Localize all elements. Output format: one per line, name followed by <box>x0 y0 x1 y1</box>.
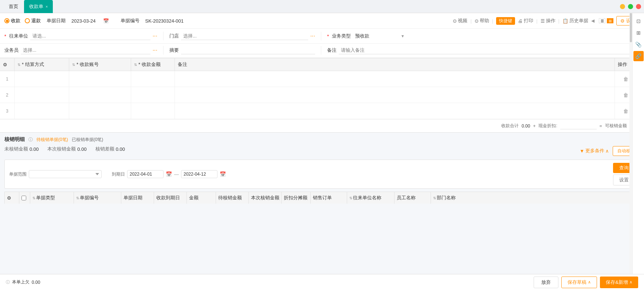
unverified-value: 0.00 <box>30 146 39 152</box>
bth-settings[interactable]: ⚙ <box>5 192 19 204</box>
business-type-label: 业务类型 <box>332 33 351 39</box>
divider4 <box>321 46 321 55</box>
bth-dept-name: ⇅ 部门名称 <box>431 192 467 204</box>
cal-to-icon[interactable]: 📅 <box>220 171 226 177</box>
store-dots-icon[interactable]: ··· <box>310 33 315 39</box>
row2-amount[interactable] <box>131 87 175 103</box>
help-link[interactable]: ⊙ 帮助 <box>475 17 489 24</box>
equals-sign: = <box>600 124 602 129</box>
range-select[interactable] <box>29 170 102 178</box>
filter-row: 单据范围 到期日 📅 — 📅 查询 设置 <box>4 160 640 189</box>
date-to-input[interactable] <box>181 170 217 178</box>
history-link[interactable]: 📋 历史单据 <box>562 17 588 24</box>
nav-prev[interactable]: ◀ <box>591 18 594 23</box>
plus-sign: + <box>533 124 535 129</box>
hexiao-title-text: 核销明细 <box>4 136 25 143</box>
cal-from-icon[interactable]: 📅 <box>166 171 172 177</box>
pending-link[interactable]: 待核销单据(0笔) <box>36 137 68 143</box>
row1-amount[interactable] <box>131 71 175 87</box>
header-actions: ⊙ 视频 | ⊙ 帮助 | 快捷键 🖨 打印 | ☰ 操作 | 📋 历史单据 <box>453 16 640 26</box>
scrollbar-thumb[interactable] <box>630 13 632 42</box>
scrollbar[interactable] <box>629 13 632 274</box>
operate-link[interactable]: ☰ 操作 <box>541 17 555 24</box>
row2-note[interactable] <box>175 87 615 103</box>
row2-account[interactable] <box>69 87 131 103</box>
staff-label: 业务员 <box>4 47 19 54</box>
history-icon: 📋 <box>562 18 568 24</box>
sidebar-link-icon[interactable]: 🔗 <box>633 51 644 61</box>
row3-amount[interactable] <box>131 103 175 119</box>
th-amount: ⇅ * 收款金额 <box>131 58 175 71</box>
diff-stat: 核销差额 0.00 <box>95 146 125 152</box>
date-from-input[interactable] <box>127 170 164 178</box>
table-row: 3 🗑 ⊕ <box>0 103 644 119</box>
print-link[interactable]: 🖨 打印 <box>518 17 533 24</box>
bth-sales-order: 销售订单 <box>311 192 347 204</box>
radio-refund[interactable]: 退款 <box>25 17 41 24</box>
abandon-button[interactable]: 放弃 <box>534 277 558 288</box>
draft-label: 保存草稿 <box>568 279 586 286</box>
row2-delete-icon[interactable]: 🗑 <box>623 92 628 98</box>
doc-value: SK-20230324-001 <box>145 18 184 24</box>
more-conditions-link[interactable]: ▼ 更多条件 ∧ <box>580 148 609 154</box>
staff-dots-icon[interactable]: ··· <box>153 47 157 54</box>
window-minimize-button[interactable] <box>620 4 625 9</box>
sidebar-table-icon[interactable]: ⊡ <box>633 16 644 26</box>
select-all-checkbox[interactable] <box>21 196 26 200</box>
store-input[interactable] <box>181 32 308 40</box>
counterpart-input[interactable] <box>30 32 150 40</box>
layout-list-icon[interactable]: ☰ <box>599 18 605 23</box>
bottom-left: ⓘ 本单上欠 0.00 <box>6 279 40 285</box>
summary-input[interactable] <box>181 46 315 54</box>
row1-account[interactable] <box>69 71 131 87</box>
remark-input[interactable] <box>339 46 640 54</box>
layout-grid-icon[interactable]: ⊞ <box>607 18 613 23</box>
bottom-info-value: 0.00 <box>32 280 40 285</box>
date-calendar-icon[interactable]: 📅 <box>103 18 109 24</box>
business-type-value: 预收款 <box>355 33 369 39</box>
done-link[interactable]: 已核销单据(0笔) <box>72 137 103 143</box>
bottom-info-icon[interactable]: ⓘ <box>6 279 10 285</box>
row3-account[interactable] <box>69 103 131 119</box>
discount-input[interactable] <box>560 122 597 129</box>
operate-icon: ☰ <box>541 18 545 24</box>
video-link[interactable]: ⊙ 视频 <box>453 17 467 24</box>
staff-group: 业务员 ··· <box>4 46 157 54</box>
business-type-dropdown-arrow[interactable]: ▼ <box>401 34 405 38</box>
print-icon: 🖨 <box>518 18 523 24</box>
save-new-button[interactable]: 保存&新增 ∧ <box>600 277 638 288</box>
save-new-arrow-icon: ∧ <box>629 280 632 285</box>
row1-delete-icon[interactable]: 🗑 <box>623 76 628 82</box>
window-controls <box>620 4 641 9</box>
row2-payment-method[interactable] <box>15 87 69 103</box>
bth-checkbox[interactable] <box>19 192 30 204</box>
tab-close-icon[interactable]: × <box>46 4 48 9</box>
counterpart-dots-icon[interactable]: ··· <box>153 33 157 39</box>
radio-income[interactable]: 收款 <box>4 17 20 24</box>
draft-arrow-icon: ∧ <box>588 280 591 285</box>
tab-current[interactable]: 收款单 × <box>24 0 53 13</box>
bth-doc-num: ⇅ 单据编号 <box>74 192 121 204</box>
shortcut-button[interactable]: 快捷键 <box>496 17 515 25</box>
sum-row: 收款合计 0.00 + 现金折扣: = 可核销金额 0.00 <box>0 119 644 133</box>
row3-delete-icon[interactable]: 🗑 <box>623 108 628 114</box>
hexiao-info-icon[interactable]: ⓘ <box>28 137 33 143</box>
payment-type-radio-group: 收款 退款 <box>4 17 41 24</box>
th-account: ⇅ * 收款账号 <box>69 58 131 71</box>
th-settings[interactable]: ⚙ <box>0 58 15 71</box>
date-value: 2023-03-24 <box>71 18 96 24</box>
tab-home[interactable]: 首页 <box>3 0 24 13</box>
sidebar-attachment-icon[interactable]: 📎 <box>633 39 644 50</box>
window-close-button[interactable] <box>636 4 641 9</box>
row1-note[interactable] <box>175 71 615 87</box>
row3-note[interactable] <box>175 103 615 119</box>
remark-label: 备注 <box>327 47 337 54</box>
staff-input[interactable] <box>21 46 150 54</box>
row1-payment-method[interactable] <box>15 71 69 87</box>
window-maximize-button[interactable] <box>628 4 633 9</box>
row2-num: 2 <box>0 87 15 103</box>
row3-payment-method[interactable] <box>15 103 69 119</box>
sidebar-grid-icon[interactable]: ⊞ <box>633 28 644 38</box>
draft-button[interactable]: 保存草稿 ∧ <box>561 277 597 288</box>
divider1 <box>163 32 164 40</box>
